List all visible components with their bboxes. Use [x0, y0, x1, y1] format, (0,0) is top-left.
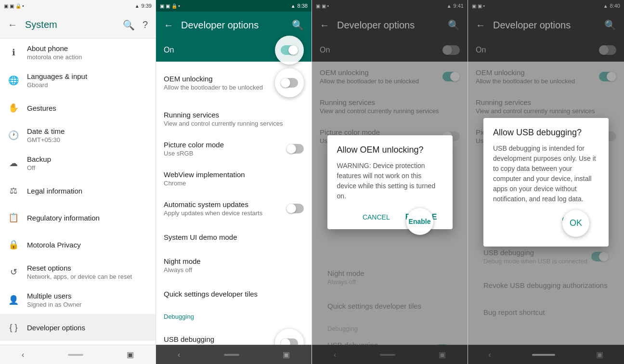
- oem-toggle-circle-2[interactable]: [275, 68, 304, 97]
- sidebar-item-privacy[interactable]: 🔒 Motorola Privacy: [0, 231, 156, 258]
- nav-indicator-2: [224, 354, 239, 356]
- night-title-2: Night mode: [164, 257, 304, 265]
- ok-circle-text[interactable]: OK: [570, 218, 582, 228]
- sidebar-item-updates[interactable]: 📱 System updates Updated to Android 9: [0, 341, 156, 345]
- privacy-icon: 🔒: [8, 239, 19, 250]
- privacy-title: Motorola Privacy: [27, 241, 148, 249]
- running-subtitle-2: View and control currently running servi…: [164, 120, 304, 127]
- legal-icon: ⚖: [8, 185, 19, 196]
- settings-scroll-2: OEM unlocking Allow the bootloader to be…: [156, 62, 312, 345]
- toolbar-1: ← System 🔍 ?: [0, 12, 156, 39]
- nav-recent-1[interactable]: ▣: [127, 350, 134, 359]
- oem-dialog-body: WARNING: Device protection features will…: [337, 161, 443, 201]
- developer-title: Developer options: [27, 324, 148, 332]
- reset-subtitle: Network, apps, or device can be reset: [27, 273, 148, 280]
- gestures-icon: ✋: [8, 102, 19, 114]
- oem-dialog-title: Allow OEM unlocking?: [337, 145, 443, 155]
- ok-circle[interactable]: OK: [562, 210, 589, 237]
- datetime-subtitle: GMT+05:30: [27, 136, 148, 143]
- night-mode-2[interactable]: Night mode Always off: [156, 250, 312, 280]
- usb-dialog-overlay: Allow USB debugging? USB debugging is in…: [468, 0, 624, 364]
- users-subtitle: Signed in as Owner: [27, 301, 148, 308]
- search-icon-1[interactable]: 🔍: [123, 19, 135, 31]
- sidebar-item-reset[interactable]: ↺ Reset options Network, apps, or device…: [0, 258, 156, 286]
- oem-cancel-button[interactable]: Cancel: [357, 209, 396, 225]
- time-1: 9:39: [142, 3, 152, 9]
- nav-back-2[interactable]: ‹: [178, 351, 180, 359]
- language-icon: 🌐: [8, 75, 19, 86]
- running-services-2[interactable]: Running services View and control curren…: [156, 104, 312, 134]
- reset-title: Reset options: [27, 264, 148, 272]
- time-2: 8:38: [298, 3, 308, 9]
- datetime-icon: 🕐: [8, 130, 19, 141]
- regulatory-icon: 📋: [8, 212, 19, 223]
- reset-icon: ↺: [8, 266, 19, 278]
- nav-back-1[interactable]: ‹: [22, 351, 24, 359]
- users-icon: 👤: [8, 294, 19, 306]
- usb-toggle-circle-2[interactable]: [275, 329, 304, 345]
- developer-icon: { }: [8, 322, 19, 333]
- webview-2[interactable]: WebView implementation Chrome: [156, 164, 312, 194]
- usb-dialog-body: USB debugging is intended for developmen…: [493, 143, 599, 204]
- on-toggle-circle-2[interactable]: [275, 36, 304, 65]
- language-title: Languages & input: [27, 72, 148, 80]
- webview-subtitle-2: Chrome: [164, 180, 304, 187]
- auto-updates-2[interactable]: Automatic system updates Apply updates w…: [156, 194, 312, 223]
- usb-debug-2[interactable]: USB debugging Debug mode when USB is con…: [156, 322, 312, 345]
- auto-toggle-2[interactable]: [286, 204, 304, 213]
- sidebar-item-gestures[interactable]: ✋ Gestures: [0, 94, 156, 121]
- oem-dialog: Allow OEM unlocking? WARNING: Device pro…: [327, 135, 453, 229]
- usb-dialog: Allow USB debugging? USB debugging is in…: [483, 118, 609, 247]
- sidebar-item-legal[interactable]: ⚖ Legal information: [0, 177, 156, 204]
- bottom-nav-2: ‹ ▣: [156, 345, 312, 364]
- back-icon-1[interactable]: ←: [8, 19, 17, 30]
- system-settings-panel: ▣ ▣ 🔒 • ▲ 9:39 ← System 🔍 ? ℹ About phon…: [0, 0, 156, 364]
- sidebar-item-about[interactable]: ℹ About phone motorola one action: [0, 39, 156, 66]
- backup-icon: ☁: [8, 157, 19, 169]
- on-toggle-2[interactable]: [281, 45, 298, 55]
- auto-subtitle-2: Apply updates when device restarts: [164, 209, 286, 217]
- status-bar-2: ▣ ▣ 🔒 • ▲ 8:38: [156, 0, 312, 12]
- notification-icons-1: ▣ ▣ 🔒 •: [4, 3, 24, 9]
- sidebar-item-regulatory[interactable]: 📋 Regulatory information: [0, 204, 156, 231]
- usb-toggle-2[interactable]: [281, 338, 298, 345]
- language-subtitle: Gboard: [27, 81, 148, 89]
- oem-title-2: OEM unlocking: [164, 75, 275, 83]
- sidebar-item-users[interactable]: 👤 Multiple users Signed in as Owner: [0, 286, 156, 314]
- datetime-title: Date & time: [27, 127, 148, 135]
- debugging-header-2: Debugging: [156, 307, 312, 322]
- notif-icons-2: ▣ ▣ 🔒 •: [160, 3, 180, 9]
- on-header-2[interactable]: On: [156, 39, 312, 62]
- qs-dev-tiles-2[interactable]: Quick settings developer tiles: [156, 280, 312, 307]
- picture-color-2[interactable]: Picture color mode Use sRGB: [156, 134, 312, 164]
- qs-title-2: Quick settings developer tiles: [164, 290, 304, 298]
- usb-dialog-title: Allow USB debugging?: [493, 128, 599, 138]
- help-icon-1[interactable]: ?: [143, 19, 148, 30]
- nav-recent-2[interactable]: ▣: [283, 350, 290, 359]
- info-icon: ℹ: [8, 47, 19, 58]
- picture-title-2: Picture color mode: [164, 141, 286, 149]
- about-title: About phone: [27, 44, 148, 52]
- sidebar-item-language[interactable]: 🌐 Languages & input Gboard: [0, 66, 156, 94]
- enable-circle: Enable: [406, 208, 433, 235]
- users-title: Multiple users: [27, 292, 148, 300]
- picture-toggle-2[interactable]: [286, 144, 304, 154]
- sidebar-item-datetime[interactable]: 🕐 Date & time GMT+05:30: [0, 121, 156, 149]
- running-title-2: Running services: [164, 111, 304, 119]
- sidebar-item-backup[interactable]: ☁ Backup Off: [0, 149, 156, 177]
- back-icon-2[interactable]: ←: [164, 20, 173, 31]
- auto-title-2: Automatic system updates: [164, 200, 286, 208]
- on-toggle-wrap-2: [275, 36, 304, 65]
- legal-title: Legal information: [27, 187, 148, 195]
- enable-circle-text[interactable]: Enable: [409, 218, 431, 225]
- system-ui-2[interactable]: System UI demo mode: [156, 223, 312, 250]
- search-icon-2[interactable]: 🔍: [292, 19, 304, 31]
- toolbar-title-1: System: [25, 19, 115, 30]
- sidebar-item-developer[interactable]: { } Developer options: [0, 314, 156, 341]
- toolbar-title-2: Developer options: [181, 20, 284, 31]
- oem-unlocking-item-2[interactable]: OEM unlocking Allow the bootloader to be…: [156, 62, 312, 104]
- oem-toggle-2[interactable]: [281, 78, 298, 88]
- oem-dialog-actions: Cancel Enable Enable: [337, 209, 443, 225]
- oem-dialog-overlay: Allow OEM unlocking? WARNING: Device pro…: [312, 0, 468, 364]
- system-ui-title-2: System UI demo mode: [164, 233, 304, 241]
